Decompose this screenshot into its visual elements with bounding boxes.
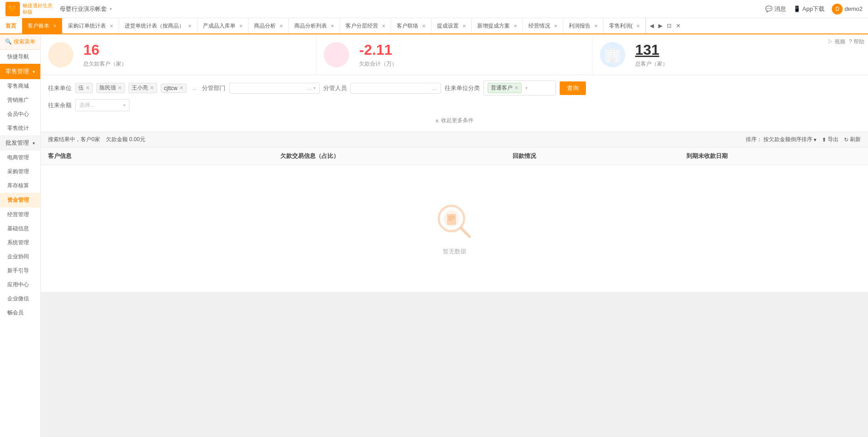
tab-profit-report-label: 利润报告 [569, 22, 590, 30]
tab-close-remind[interactable]: ✕ [462, 24, 466, 28]
messages-btn[interactable]: 💬 消息 [765, 5, 786, 13]
stat2-text: -2.11 欠款合计（万） [359, 42, 397, 68]
filter-tag-unit1-close[interactable]: ✕ [86, 85, 90, 91]
tab-product-instock[interactable]: 产成品入库单 ✕ [197, 18, 249, 33]
sidebar-item-enterprise-collab[interactable]: 企业协同 [0, 250, 40, 264]
nav-prev-btn[interactable]: ◀ [648, 22, 656, 30]
sidebar-item-wholesale-mgmt[interactable]: 批发管理 ▾ [0, 135, 40, 151]
sidebar-item-quick-nav[interactable]: 快捷导航 [0, 50, 40, 64]
export-label: 导出 [828, 136, 839, 143]
sidebar-item-retail-mall[interactable]: 零售商城 [0, 79, 40, 93]
tab-remind-settings[interactable]: 提成设置 ✕ [432, 18, 472, 33]
tab-purchase-order-stats[interactable]: 采购订单统计表 ✕ [62, 18, 119, 33]
filter-more-btn[interactable]: ... [190, 84, 198, 92]
sidebar-item-retail-stats[interactable]: 零售统计 [0, 121, 40, 135]
tab-retail-profit-label: 零售利润( [609, 22, 633, 30]
person-filter-label: 分管人员 [323, 84, 347, 92]
tab-close-incoming[interactable]: ✕ [188, 24, 192, 28]
tab-close-segment[interactable]: ✕ [382, 24, 385, 28]
export-btn[interactable]: ⬆ 导出 [822, 136, 839, 143]
sidebar-item-purchase-mgmt[interactable]: 采购管理 [0, 165, 40, 179]
tab-product-instock-label: 产成品入库单 [203, 22, 235, 30]
tab-customer-book[interactable]: 客户账本 ✕ [22, 18, 62, 33]
tab-close-instock[interactable]: ✕ [239, 24, 243, 28]
collapse-label: 收起更多条件 [441, 117, 474, 124]
tab-customer-contact[interactable]: 客户联络 ✕ [391, 18, 432, 33]
sidebar-item-basic-info[interactable]: 基础信息 [0, 222, 40, 236]
stats-bar: ¥ 16 总欠款客户（家） ✦ -2.11 欠款合计（万） 🏢 131 [41, 34, 868, 75]
stat-actions: ▷ 视频 ? 帮助 [828, 38, 864, 46]
refresh-btn[interactable]: ↻ 刷新 [844, 136, 861, 143]
tab-product-analysis-list-label: 商品分析列表 [294, 22, 327, 30]
nav-next-btn[interactable]: ▶ [657, 22, 664, 30]
nav-expand-btn[interactable]: ⊡ [665, 22, 673, 30]
sidebar-item-enterprise-wechat[interactable]: 企业微信 [0, 292, 40, 306]
tab-incoming-stats[interactable]: 进货单统计表（按商品） ✕ [119, 18, 197, 33]
tab-close-customer-book[interactable]: ✕ [53, 24, 57, 28]
tab-close-profit[interactable]: ✕ [594, 24, 598, 28]
filter-tag-unit1[interactable]: 伍 ✕ [75, 83, 93, 93]
app-download-btn[interactable]: 📱 App下载 [793, 5, 825, 13]
help-btn[interactable]: ? 帮助 [849, 38, 864, 46]
filter-tag-unit4[interactable]: cjttcw ✕ [161, 84, 187, 93]
filter-tag-unit3-close[interactable]: ✕ [150, 85, 154, 91]
tab-remind-settings-label: 提成设置 [437, 22, 459, 30]
tab-home[interactable]: 首页 [0, 18, 22, 33]
tab-close-retail[interactable]: ✕ [636, 24, 640, 28]
tab-new-add-plan[interactable]: 新增提成方案 ✕ [472, 18, 523, 33]
retail-stats-label: 零售统计 [7, 125, 29, 131]
sidebar-item-vip-member[interactable]: 畅会员 [0, 306, 40, 320]
collapse-arrow-icon: ∧ [435, 118, 439, 124]
stat2-number: -2.11 [359, 42, 397, 58]
unit-class-tag[interactable]: 普通客户 ✕ [488, 83, 522, 93]
result-bar: 搜索结果中，客户0家 欠款金额 0.00元 排序： 按欠款金额倒序排序 ▾ ⬆ … [41, 132, 868, 147]
sidebar-item-inventory-check[interactable]: 库存核算 [0, 179, 40, 193]
help-icon: ? [849, 38, 852, 45]
sort-select[interactable]: 排序： 按欠款金额倒序排序 ▾ [746, 136, 816, 143]
dept-select-arrow: ... [307, 85, 312, 91]
balance-filter-select[interactable]: 选择... ▾ [75, 99, 129, 111]
tab-biz-situation[interactable]: 经营情况 ✕ [523, 18, 563, 33]
sidebar-item-marketing[interactable]: 营销推广 [0, 93, 40, 107]
tab-close-plan[interactable]: ✕ [513, 24, 517, 28]
tab-customer-segment[interactable]: 客户分层经营 ✕ [340, 18, 391, 33]
purchase-label: 采购管理 [7, 168, 29, 175]
tab-close-biz[interactable]: ✕ [554, 24, 557, 28]
sidebar-item-new-guide[interactable]: 新手引导 [0, 264, 40, 278]
query-btn[interactable]: 查询 [560, 81, 586, 95]
sidebar-search-btn[interactable]: 🔍 搜索菜单 [0, 34, 40, 50]
filter-tag-unit2-close[interactable]: ✕ [118, 85, 122, 91]
help-label: 帮助 [854, 38, 864, 45]
member-center-label: 会员中心 [7, 111, 29, 117]
user-avatar[interactable]: D demo2 [832, 4, 863, 14]
tab-retail-profit[interactable]: 零售利润( ✕ [604, 18, 646, 33]
video-btn[interactable]: ▷ 视频 [828, 38, 845, 46]
sidebar: 🔍 搜索菜单 快捷导航 零售管理 ▾ 零售商城 营销推广 会员中心 零售统计 批… [0, 34, 41, 437]
sidebar-item-member-center[interactable]: 会员中心 [0, 107, 40, 121]
workspace-selector[interactable]: 母婴行业演示帐套 ▾ [56, 5, 115, 13]
tab-close-contact[interactable]: ✕ [422, 24, 426, 28]
tab-close-purchase[interactable]: ✕ [110, 24, 113, 28]
sidebar-item-system-mgmt[interactable]: 系统管理 [0, 236, 40, 250]
app-center-label: 应用中心 [7, 281, 29, 288]
sidebar-item-retail-mgmt[interactable]: 零售管理 ▾ [0, 64, 40, 79]
collapse-btn[interactable]: ∧ 收起更多条件 [48, 115, 861, 126]
unit-class-tag-close[interactable]: ✕ [514, 85, 518, 91]
sidebar-item-capital-mgmt[interactable]: 资金管理 [0, 193, 40, 208]
sidebar-item-ops-mgmt[interactable]: 经营管理 [0, 208, 40, 222]
tab-close-analysis-list[interactable]: ✕ [331, 24, 334, 28]
person-filter-select[interactable]: ... [350, 83, 441, 94]
sidebar-item-ecommerce-mgmt[interactable]: 电商管理 [0, 151, 40, 165]
tab-profit-report[interactable]: 利润报告 ✕ [563, 18, 604, 33]
tab-close-analysis[interactable]: ✕ [279, 24, 283, 28]
sidebar-item-app-center[interactable]: 应用中心 [0, 278, 40, 292]
tab-product-analysis-list[interactable]: 商品分析列表 ✕ [289, 18, 340, 33]
unit-class-filter-select[interactable]: 普通客户 ✕ ▾ [484, 81, 556, 95]
filter-tag-unit2[interactable]: 陈民强 ✕ [96, 83, 125, 93]
filter-tag-unit3[interactable]: 王小亮 ✕ [129, 83, 157, 93]
nav-close-all-btn[interactable]: ✕ [674, 22, 682, 30]
tab-product-analysis[interactable]: 商品分析 ✕ [249, 18, 289, 33]
refresh-label: 刷新 [850, 136, 861, 143]
dept-filter-select[interactable]: ... ▾ [229, 83, 320, 94]
filter-tag-unit4-close[interactable]: ✕ [179, 85, 183, 91]
